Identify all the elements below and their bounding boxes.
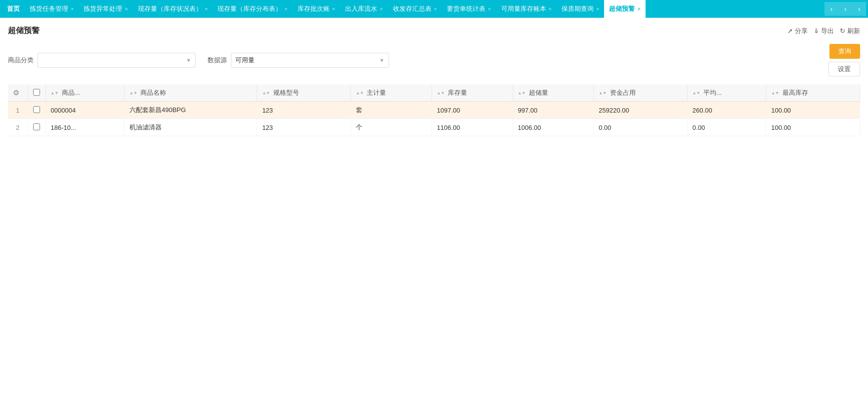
settings-gear-icon[interactable]: ⚙ — [13, 88, 19, 97]
table-header-capital[interactable]: ▲▼ 资金占用 — [594, 84, 688, 102]
table-header-spec[interactable]: ▲▼ 规格型号 — [257, 84, 351, 102]
cell-spec-1: 123 — [257, 102, 351, 119]
col-label-product-code: 商品... — [62, 89, 80, 96]
nav-tab-5[interactable]: 出入库流水 × — [340, 0, 388, 18]
nav-tab-close-6[interactable]: × — [434, 6, 437, 12]
data-source-label: 数据源 — [208, 56, 227, 65]
data-source-filter: 数据源 可用量 ▼ — [208, 53, 389, 68]
nav-tab-label-2: 现存量（库存状况表） — [138, 4, 202, 13]
nav-tab-8[interactable]: 可用量库存账本 × — [496, 0, 557, 18]
cell-unit-1: 套 — [350, 102, 432, 119]
product-category-select[interactable]: ▼ — [38, 53, 196, 68]
col-label-capital: 资金占用 — [610, 89, 636, 96]
nav-tab-label-0: 拣货任务管理 — [30, 4, 68, 13]
row-index-1: 1 — [8, 102, 28, 119]
nav-tab-close-3[interactable]: × — [284, 6, 287, 12]
home-label: 首页 — [7, 4, 20, 13]
table-header-settings: ⚙ — [8, 84, 28, 102]
top-navigation: 首页 拣货任务管理 × 拣货异常处理 × 现存量（库存状况表） × 现存量（库存… — [0, 0, 868, 18]
settings-button[interactable]: 设置 — [828, 62, 860, 77]
data-source-value: 可用量 — [235, 56, 379, 65]
nav-tab-6[interactable]: 收发存汇总表 × — [388, 0, 442, 18]
nav-tab-close-2[interactable]: × — [205, 6, 208, 12]
col-label-max-stock: 最高库存 — [782, 89, 808, 96]
nav-tab-10[interactable]: 超储预警 × — [604, 0, 645, 18]
nav-tab-close-8[interactable]: × — [549, 6, 552, 12]
table-header-overstock-qty[interactable]: ▲▼ 超储量 — [513, 84, 594, 102]
nav-tab-close-5[interactable]: × — [380, 6, 383, 12]
sort-icon-product-code: ▲▼ — [51, 91, 59, 95]
cell-capital-2: 0.00 — [594, 119, 688, 136]
product-category-filter: 商品分类 ▼ — [8, 53, 196, 68]
nav-tab-close-0[interactable]: × — [71, 6, 74, 12]
table-header-product-name[interactable]: ▲▼ 商品名称 — [124, 84, 257, 102]
nav-tab-4[interactable]: 库存批次账 × — [293, 0, 340, 18]
filter-row: 商品分类 ▼ 数据源 可用量 ▼ 查询 设置 — [8, 44, 860, 77]
col-label-overstock-qty: 超储量 — [529, 89, 548, 96]
nav-tab-1[interactable]: 拣货异常处理 × — [79, 0, 132, 18]
page-actions: ➚ 分享 ⇓ 导出 ↻ 刷新 — [787, 27, 860, 36]
nav-tab-close-10[interactable]: × — [637, 6, 640, 12]
col-label-stock-qty: 库存量 — [448, 89, 467, 96]
table-header-max-stock[interactable]: ▲▼ 最高库存 — [766, 84, 860, 102]
refresh-icon: ↻ — [840, 27, 845, 35]
sort-icon-overstock-qty: ▲▼ — [518, 91, 526, 95]
nav-prev-button[interactable]: ‹ — [825, 2, 838, 16]
query-button[interactable]: 查询 — [829, 44, 860, 59]
cell-max-stock-1: 100.00 — [766, 102, 860, 119]
col-label-unit: 主计量 — [367, 89, 386, 96]
sort-icon-max-stock: ▲▼ — [771, 91, 779, 95]
select-all-checkbox[interactable] — [33, 89, 40, 96]
nav-tab-7[interactable]: 要货单统计表 × — [442, 0, 496, 18]
refresh-button[interactable]: ↻ 刷新 — [840, 27, 860, 36]
nav-tab-close-7[interactable]: × — [488, 6, 491, 12]
export-button[interactable]: ⇓ 导出 — [814, 27, 834, 36]
cell-overstock-qty-1: 997.00 — [513, 102, 594, 119]
nav-next-button[interactable]: › — [838, 2, 852, 16]
col-label-avg: 平均... — [703, 89, 722, 96]
row-checkbox-1 — [28, 102, 45, 119]
share-icon: ➚ — [787, 27, 793, 35]
row-select-checkbox-2[interactable] — [33, 123, 40, 130]
nav-tab-label-1: 拣货异常处理 — [84, 4, 122, 13]
nav-tab-0[interactable]: 拣货任务管理 × — [25, 0, 79, 18]
table-header-stock-qty[interactable]: ▲▼ 库存量 — [432, 84, 513, 102]
nav-tab-2[interactable]: 现存量（库存状况表） × — [133, 0, 213, 18]
nav-tab-close-9[interactable]: × — [596, 6, 599, 12]
row-select-checkbox-1[interactable] — [33, 106, 40, 113]
table-header-row: ⚙ ▲▼ 商品... ▲▼ 商品名称 ▲▼ 规格型号 ▲▼ — [8, 84, 860, 102]
cell-stock-qty-1: 1097.00 — [432, 102, 513, 119]
col-label-product-name: 商品名称 — [140, 89, 166, 96]
cell-avg-2: 0.00 — [687, 119, 766, 136]
sort-icon-spec: ▲▼ — [262, 91, 270, 95]
nav-tab-close-1[interactable]: × — [125, 6, 128, 12]
sort-icon-product-name: ▲▼ — [130, 91, 137, 95]
nav-tab-label-10: 超储预警 — [609, 4, 635, 13]
cell-capital-1: 259220.00 — [594, 102, 688, 119]
filter-buttons: 查询 设置 — [828, 44, 860, 77]
sort-icon-unit: ▲▼ — [356, 91, 364, 95]
data-source-arrow-icon: ▼ — [379, 57, 385, 63]
nav-tab-label-9: 保质期查询 — [562, 4, 594, 13]
page-title: 超储预警 — [8, 26, 40, 36]
table-row: 1 0000004 六配套新昌490BPG 123 套 1097.00 997.… — [8, 102, 860, 119]
export-label: 导出 — [821, 27, 834, 36]
table-header-avg[interactable]: ▲▼ 平均... — [687, 84, 766, 102]
share-label: 分享 — [795, 27, 808, 36]
cell-product-name-2: 机油滤清器 — [124, 119, 257, 136]
cell-overstock-qty-2: 1006.00 — [513, 119, 594, 136]
nav-home[interactable]: 首页 — [2, 0, 25, 18]
nav-tab-close-4[interactable]: × — [332, 6, 335, 12]
nav-tab-3[interactable]: 现存量（库存分布表） × — [213, 0, 292, 18]
refresh-label: 刷新 — [847, 27, 860, 36]
data-source-select[interactable]: 可用量 ▼ — [231, 53, 389, 68]
nav-tab-9[interactable]: 保质期查询 × — [557, 0, 604, 18]
nav-more-button[interactable]: › — [852, 2, 866, 16]
nav-tab-label-5: 出入库流水 — [345, 4, 377, 13]
export-icon: ⇓ — [814, 27, 819, 35]
data-table: ⚙ ▲▼ 商品... ▲▼ 商品名称 ▲▼ 规格型号 ▲▼ — [8, 84, 860, 136]
share-button[interactable]: ➚ 分享 — [787, 27, 808, 36]
cell-spec-2: 123 — [257, 119, 351, 136]
table-header-product-code[interactable]: ▲▼ 商品... — [45, 84, 124, 102]
table-header-unit[interactable]: ▲▼ 主计量 — [350, 84, 432, 102]
